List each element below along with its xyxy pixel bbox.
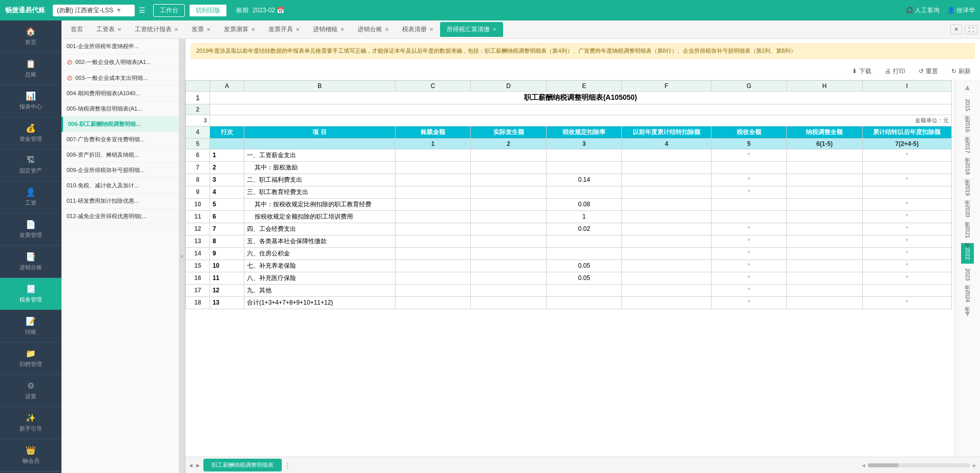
left-panel-item-001[interactable]: 001-企业所得税年度纳税申... [61, 39, 179, 54]
bottom-tab-bar: ◄ ► 职工薪酬纳税调整明细表 ⋮ ◄ ► [185, 457, 980, 473]
scroll-left-icon[interactable]: ◄ [861, 462, 866, 468]
close-icon[interactable]: ✕ [429, 27, 433, 32]
sidebar-item-payroll[interactable]: 👤 工资 [0, 181, 61, 213]
download-button[interactable]: ⬇ 下载 [848, 66, 875, 77]
tab-invoice[interactable]: 发票 ✕ [185, 22, 217, 37]
table-row[interactable]: 105其中：按税收规定比例扣除的职工教育经费0.08* [186, 198, 952, 210]
tab-invoice-issue[interactable]: 发票开具 ✕ [262, 22, 306, 37]
left-panel-item-007[interactable]: 007-广告费和业务宣传费明细... [61, 132, 179, 147]
year-nav-item[interactable]: 2021年 [961, 222, 974, 243]
year-nav-item[interactable]: 2015年 [961, 95, 974, 116]
year-nav-item[interactable]: 2020年 [961, 201, 974, 222]
reset-button[interactable]: ↺ 重置 [914, 66, 942, 77]
table-row[interactable]: 149六、住房公积金** [186, 247, 952, 260]
bottom-tab-menu[interactable]: ⋮ [284, 462, 290, 469]
table-row[interactable]: 83二、职工福利费支出0.14** [186, 174, 952, 186]
support-button[interactable]: 🎧 人工客询 [906, 6, 940, 15]
close-all-button[interactable]: ✕ [950, 25, 962, 34]
sidebar-item-home[interactable]: 🏠 首页 [0, 20, 61, 53]
workbench-button[interactable]: 工作台 [153, 4, 185, 17]
year-nav-item[interactable]: 2017年 [961, 137, 974, 158]
warning-bar: 2019年度涉及取以前年度结转数据的申报表单元格需要手工填写正确，才能保证本年及… [191, 43, 975, 59]
year-nav-item[interactable]: 2022年 [961, 243, 974, 264]
left-panel-item-008[interactable]: 008-资产折旧、摊销及纳税... [61, 147, 179, 163]
left-panel-item-004[interactable]: 004-期间费用明细表(A1040... [61, 86, 179, 101]
old-version-button[interactable]: 切到旧版 [189, 4, 227, 17]
close-icon[interactable]: ✕ [296, 27, 300, 32]
warning-text: 2019年度涉及取以前年度结转数据的申报表单元格需要手工填写正确，才能保证本年及… [196, 48, 796, 54]
table-row[interactable]: 1510七、补充养老保险0.05** [186, 260, 952, 272]
tab-purchase-ledger[interactable]: 进销台账 ✕ [351, 22, 395, 37]
year-nav-item[interactable]: 2018年 [961, 158, 974, 179]
table-row[interactable]: 72其中：股权激励 [186, 161, 952, 174]
left-panel-item-009[interactable]: 009-企业所得税弥补亏损明细... [61, 163, 179, 178]
table-row[interactable]: 61一、工资薪金支出** [186, 149, 952, 161]
sheet-nav-right[interactable]: ► [195, 462, 201, 468]
tab-tax-list[interactable]: 税表清册 ✕ [395, 22, 440, 37]
company-selector[interactable]: (勿删) 江西睿宝-LSS ▼ [53, 5, 135, 16]
scroll-right-icon[interactable]: ► [972, 462, 977, 468]
tab-purchase-check[interactable]: 进销稽核 ✕ [306, 22, 351, 37]
left-panel-item-002[interactable]: ⊘ 002-一般企业收入明细表(A1... [61, 54, 179, 70]
horizontal-scrollbar[interactable] [868, 463, 970, 467]
sidebar-item-invoice-mgmt[interactable]: 📄 发票管理 [0, 213, 61, 246]
chevron-down-icon: ▼ [116, 7, 122, 14]
tab-payroll-stats[interactable]: 工资统计报表 ✕ [128, 22, 185, 37]
col-h-header: 纳税调整全额 [787, 126, 862, 138]
bottom-tab-payroll[interactable]: 职工薪酬纳税调整明细表 [203, 459, 282, 471]
year-nav-item[interactable]: 2016年 [961, 116, 974, 137]
close-icon[interactable]: ✕ [340, 27, 344, 32]
left-panel-item-012[interactable]: 012-减免企业所得税优惠明细(... [61, 209, 179, 224]
maximize-button[interactable]: ⛶ [965, 25, 977, 34]
close-icon[interactable]: ✕ [206, 27, 211, 32]
close-icon[interactable]: ✕ [385, 27, 389, 32]
year-nav-down[interactable]: ▼ [961, 307, 974, 321]
sidebar-item-fixed-assets[interactable]: 🏗 固定资产 [0, 149, 61, 181]
company-edit-icon[interactable]: ☰ [139, 6, 145, 14]
table-row[interactable]: 138五、各类基本社会保障性缴款** [186, 235, 952, 247]
close-icon[interactable]: ✕ [251, 27, 255, 32]
table-row[interactable]: 1813合计(1+3+4+7+8+9+10+11+12)** [186, 296, 952, 309]
year-nav-item[interactable]: 2023年 [961, 264, 974, 285]
sidebar-item-archive[interactable]: 📁 归档管理 [0, 342, 61, 375]
sheet-nav-left[interactable]: ◄ [188, 462, 194, 468]
sidebar-item-settings[interactable]: ⚙ 设置 [0, 375, 61, 407]
tab-tax-annual[interactable]: 所得税汇算清缴 ✕ [440, 22, 503, 37]
tab-home[interactable]: 首页 [64, 22, 90, 37]
year-nav-up[interactable]: ▲ [961, 80, 974, 95]
collapse-handle[interactable]: « [179, 39, 185, 473]
table-row[interactable]: 127四、工会经费支出0.02** [186, 223, 952, 235]
left-panel-item-006[interactable]: 006-职工薪酬纳税调整明细... [61, 117, 179, 132]
table-row[interactable]: 116按税收规定全额扣除的职工培训费用1* [186, 210, 952, 223]
close-icon[interactable]: ✕ [174, 27, 178, 32]
sidebar-item-tax[interactable]: 🧾 税务管理 [0, 278, 61, 310]
left-panel-item-010[interactable]: 010-免税、减计收入及加计... [61, 178, 179, 193]
left-panel-item-011[interactable]: 011-研发费用加计扣除优惠... [61, 193, 179, 209]
print-button[interactable]: 🖨 打印 [881, 66, 909, 77]
sidebar-item-guide[interactable]: ✨ 新手引导 [0, 407, 61, 439]
sidebar-item-vip[interactable]: 👑 畅会员 [0, 439, 61, 471]
sidebar-item-closing[interactable]: 📝 结账 [0, 310, 61, 342]
table-row[interactable]: 1712九、其他* [186, 284, 952, 296]
sidebar-item-general-ledger[interactable]: 📋 总账 [0, 53, 61, 85]
year-nav-item[interactable]: 2024年 [961, 286, 974, 307]
col-i-header: 累计结转以后年度扣除额 [862, 126, 951, 138]
close-icon[interactable]: ✕ [492, 27, 496, 32]
sidebar-item-purchase-sales[interactable]: 📑 进销台账 [0, 246, 61, 278]
guide-icon: ✨ [26, 413, 36, 423]
sidebar-item-reports[interactable]: 📊 报表中心 [0, 85, 61, 117]
invoice-icon: 📄 [26, 220, 36, 229]
year-nav-item[interactable]: 2019年 [961, 179, 974, 200]
table-row[interactable]: 94三、职工教育经费支出* [186, 186, 952, 198]
tab-payroll[interactable]: 工资表 ✕ [90, 22, 128, 37]
table-row[interactable]: 1611八、补充医疗保险0.05** [186, 272, 952, 284]
tab-invoice-calc[interactable]: 发票测算 ✕ [217, 22, 262, 37]
user-menu[interactable]: 👤 徐泽华 [947, 6, 975, 15]
table-container[interactable]: A B C D E F G H I [185, 80, 980, 457]
left-panel-item-003[interactable]: ⊘ 003-一般企业成本支出明细... [61, 70, 179, 86]
refresh-button[interactable]: ↻ 刷新 [947, 66, 975, 77]
close-icon[interactable]: ✕ [117, 27, 121, 32]
period-selector[interactable]: 2023-02 📅 [253, 7, 284, 14]
sidebar-item-funds[interactable]: 💰 资金管理 [0, 117, 61, 149]
left-panel-item-005[interactable]: 005-纳税调整项目明细表(A1... [61, 101, 179, 117]
